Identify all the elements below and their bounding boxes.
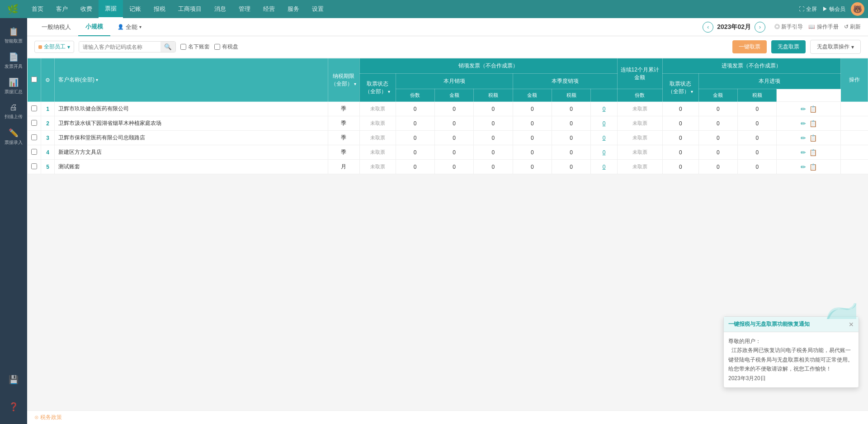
row-checkbox-cell[interactable] (28, 145, 41, 160)
tax-disk-checkbox[interactable] (214, 44, 220, 50)
nav-message[interactable]: 消息 (208, 0, 232, 18)
scan-upload-icon: 🖨 (9, 103, 18, 112)
fullscreen-button[interactable]: ⛶ 全屏 (799, 5, 816, 13)
row-checkbox[interactable] (31, 149, 37, 155)
filter-icon[interactable]: ▾ (388, 89, 390, 94)
table-row: 3 卫辉市保和堂医药有限公司忠颐路店 季 未取票 0 0 0 0 0 0 未取票… (28, 131, 868, 145)
sidebar-item-download[interactable]: 💾 (0, 367, 27, 392)
row-purchase-month-tax: 0 (738, 131, 777, 145)
detail-icon[interactable]: 📋 (809, 149, 817, 156)
refresh-link[interactable]: ↺ 刷新 (844, 23, 861, 31)
nav-settings[interactable]: 设置 (306, 0, 330, 18)
sidebar-item-invoice-open[interactable]: 📄 发票开具 (0, 48, 27, 73)
sidebar-item-label: 票据汇总 (5, 89, 23, 95)
nav-service[interactable]: 服务 (281, 0, 306, 18)
sidebar-item-ticket-entry[interactable]: ✏️ 票据录入 (0, 124, 27, 149)
row-action-cell: ✏ 📋 (777, 116, 841, 131)
search-input[interactable] (79, 42, 160, 52)
row-checkbox[interactable] (31, 134, 37, 140)
detail-icon[interactable]: 📋 (809, 163, 817, 171)
nav-operation[interactable]: 经营 (257, 0, 281, 18)
row-sales-status: 未取票 (359, 145, 396, 160)
filter-icon[interactable]: ▾ (96, 77, 98, 82)
row-purchase-month-amount: 0 (698, 160, 737, 174)
row-purchase-month-amount: 0 (698, 131, 737, 145)
row-checkbox[interactable] (31, 105, 37, 111)
edit-icon[interactable]: ✏ (801, 105, 806, 113)
nav-menu: 首页 客户 收费 票据 记账 报税 工商项目 消息 管理 经营 服务 设置 (25, 0, 799, 18)
tax-disk-filter[interactable]: 有税盘 (214, 43, 238, 51)
row-12months-amount: 0 (591, 160, 617, 174)
row-action-cell: ✏ 📋 (777, 160, 841, 174)
detail-icon[interactable]: 📋 (809, 120, 817, 127)
filter-icon[interactable]: ▾ (354, 81, 356, 86)
member-button[interactable]: ▶ 畅会员 (822, 5, 845, 13)
header-quarter-sales: 本季度销项 (513, 74, 617, 89)
chevron-down-icon: ▾ (851, 44, 854, 50)
sidebar-item-smart-fetch[interactable]: 📋 智能取票 (0, 23, 27, 48)
tab-small-scale[interactable]: 小规模 (78, 18, 110, 36)
sidebar-item-ticket-summary[interactable]: 📊 票据汇总 (0, 73, 27, 99)
tab-general-taxpayer[interactable]: 一般纳税人 (34, 18, 78, 36)
row-sales-quarter-amount: 0 (513, 102, 552, 116)
one-key-fetch-button[interactable]: 一键取票 (732, 40, 767, 53)
edit-icon[interactable]: ✏ (801, 149, 806, 156)
row-checkbox[interactable] (31, 163, 37, 169)
no-disk-ops-button[interactable]: 无盘取票操作 ▾ (810, 40, 861, 54)
new-guide-link[interactable]: ◎ 新手引导 (774, 23, 803, 31)
no-disk-fetch-button[interactable]: 无盘取票 (771, 40, 806, 53)
row-checkbox[interactable] (31, 120, 37, 126)
chevron-down-icon: ▾ (67, 44, 70, 50)
select-dot (38, 45, 42, 49)
filter-icon[interactable]: ▾ (691, 89, 693, 94)
search-button[interactable]: 🔍 (160, 42, 175, 52)
edit-icon[interactable]: ✏ (801, 120, 806, 127)
nav-business[interactable]: 工商项目 (172, 0, 208, 18)
nav-bookkeeping[interactable]: 记账 (123, 0, 147, 18)
sidebar-item-label: 智能取票 (5, 38, 23, 44)
tax-policy-link[interactable]: ⊙ 税务政策 (34, 414, 62, 421)
table-row: 2 卫辉市汲水镇下园湖省烟草木种植家庭农场 季 未取票 0 0 0 0 0 0 … (28, 116, 868, 131)
nav-home[interactable]: 首页 (25, 0, 50, 18)
row-purchase-month-amount: 0 (698, 145, 737, 160)
sidebar-item-help[interactable]: ❓ (0, 394, 27, 419)
smart-fetch-icon: 📋 (9, 27, 19, 37)
row-sales-month-tax: 0 (474, 131, 513, 145)
person-icon: 👤 (118, 24, 124, 30)
nav-manage[interactable]: 管理 (232, 0, 257, 18)
detail-icon[interactable]: 📋 (809, 134, 817, 142)
employee-select[interactable]: 全部员工 ▾ (34, 41, 74, 53)
notification-title: 一键报税与无盘取票功能恢复通知 (728, 320, 810, 328)
search-box: 🔍 (79, 41, 176, 52)
edit-icon[interactable]: ✏ (801, 163, 806, 171)
sidebar: 📋 智能取票 📄 发票开具 📊 票据汇总 🖨 扫描上传 ✏️ 票据录入 💾 ❓ (0, 18, 27, 424)
row-checkbox-cell[interactable] (28, 102, 41, 116)
period-prev-button[interactable]: ‹ (703, 22, 713, 33)
period-next-button[interactable]: › (755, 22, 765, 33)
nav-customer[interactable]: 客户 (50, 0, 74, 18)
sidebar-item-scan-upload[interactable]: 🖨 扫描上传 (0, 99, 27, 124)
select-all-checkbox[interactable] (31, 76, 37, 82)
sub-account-checkbox[interactable] (180, 44, 186, 50)
settings-icon[interactable]: ⚙ (45, 77, 50, 83)
table-row: 4 新建区方方文具店 季 未取票 0 0 0 0 0 0 未取票 0 0 0 ✏… (28, 145, 868, 160)
sub-account-filter[interactable]: 名下账套 (180, 43, 210, 51)
user-avatar[interactable]: 🐻 (851, 2, 864, 16)
row-checkbox-cell[interactable] (28, 131, 41, 145)
row-purchase-status: 未取票 (617, 102, 662, 116)
detail-icon[interactable]: 📋 (809, 105, 817, 113)
tab-all-capable[interactable]: 👤 全能 ▾ (110, 18, 149, 36)
row-purchase-month-tax: 0 (738, 160, 777, 174)
row-checkbox-cell[interactable] (28, 160, 41, 174)
top-navigation: 🌿 首页 客户 收费 票据 记账 报税 工商项目 消息 管理 经营 服务 设置 … (0, 0, 868, 18)
tabs-row: 一般纳税人 小规模 👤 全能 ▾ ‹ 2023年02月 › ◎ 新手引导 📖 操… (27, 18, 868, 36)
notification-close-button[interactable]: ✕ (849, 321, 854, 328)
header-sales-invoice: 销项发票（不合作成票） (359, 58, 617, 74)
notification-popup: 一键报税与无盘取票功能恢复通知 ✕ 尊敬的用户： 江苏政务网已恢复访问电子税务局… (723, 316, 859, 388)
row-checkbox-cell[interactable] (28, 116, 41, 131)
nav-fee[interactable]: 收费 (74, 0, 99, 18)
nav-tax[interactable]: 报税 (147, 0, 172, 18)
manual-link[interactable]: 📖 操作手册 (808, 23, 838, 31)
nav-ticket[interactable]: 票据 (99, 0, 123, 18)
edit-icon[interactable]: ✏ (801, 134, 806, 142)
